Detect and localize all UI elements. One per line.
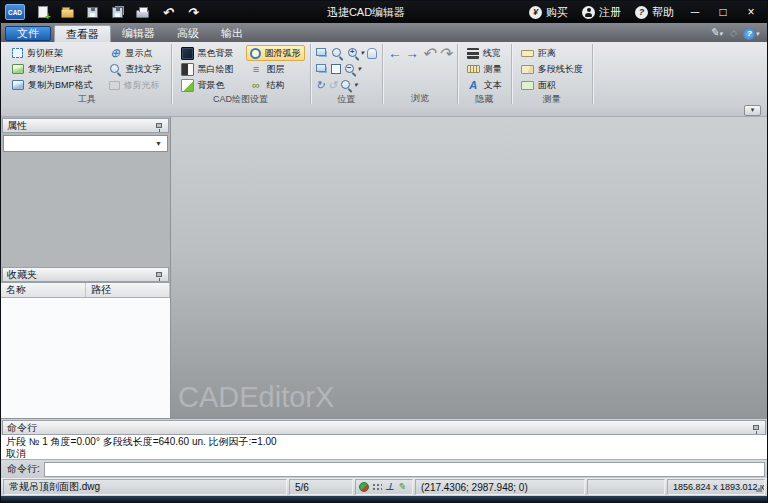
hide-text-button[interactable]: A文本: [463, 77, 506, 93]
properties-panel-header: 属性: [2, 118, 169, 133]
hide-text-label: 文本: [484, 79, 502, 92]
draw-mode-icon[interactable]: ✎: [397, 482, 405, 492]
chevron-down-icon: ▾: [719, 30, 723, 37]
smooth-arc-label: 圆滑弧形: [265, 47, 301, 60]
help-button[interactable]: ? 帮助: [630, 5, 679, 20]
layers-button[interactable]: ≡图层: [246, 61, 305, 77]
group-label-browse: 浏览: [388, 92, 452, 104]
pan-hand-icon: [367, 48, 377, 59]
undo-icon: ↶: [162, 6, 173, 19]
rotate-icon: ↺: [328, 79, 337, 92]
snap-button[interactable]: ◇: [730, 22, 737, 40]
structure-label: 结构: [267, 79, 285, 92]
minimize-button[interactable]: ─: [683, 3, 707, 21]
register-button[interactable]: 注册: [577, 5, 626, 20]
tab-advanced[interactable]: 高级: [166, 25, 210, 42]
command-panel-header: 命令行: [2, 420, 766, 435]
fit-screen-button[interactable]: [331, 64, 341, 74]
pin-icon[interactable]: [753, 425, 759, 430]
open-file-button[interactable]: [58, 4, 77, 20]
polyline-length-button[interactable]: 多段线长度: [517, 61, 587, 77]
hide-measure-button[interactable]: 测量: [463, 61, 506, 77]
copy-view-button[interactable]: [316, 48, 328, 58]
tab-viewer[interactable]: 查看器: [54, 25, 111, 42]
zoom-in-button[interactable]: +▾: [347, 47, 365, 60]
bw-draw-button[interactable]: 黑白绘图: [177, 61, 238, 77]
find-text-button[interactable]: 查找文字: [105, 61, 166, 77]
buy-label: 购买: [546, 5, 568, 20]
print-button[interactable]: [133, 4, 152, 20]
bg-color-button[interactable]: 背景色: [177, 77, 238, 93]
drawing-canvas[interactable]: CADEditorX: [171, 117, 767, 418]
save-button[interactable]: [83, 4, 102, 20]
window-title: 迅捷CAD编辑器: [208, 5, 524, 20]
forward-button[interactable]: →: [405, 46, 419, 60]
view-redo-icon: ↷: [438, 44, 451, 63]
area-label: 面积: [538, 79, 556, 92]
black-bg-button[interactable]: 黑色背景: [177, 45, 238, 61]
show-points-button[interactable]: ⊕显示点: [105, 45, 166, 61]
paste-view-button[interactable]: [316, 64, 328, 74]
copy-emf-button[interactable]: 复制为EMF格式: [8, 61, 97, 77]
diamond-icon: ◇: [730, 28, 737, 38]
app-window: CAD ↶ ↷ 迅捷CAD编辑器 ¥ 购买 注册 ? 帮助 ─ □ ×: [0, 0, 768, 503]
window-bottom-edge: [1, 496, 767, 502]
zoom-out-button[interactable]: −▾: [344, 63, 362, 76]
pan-button[interactable]: [367, 48, 377, 59]
redo-button[interactable]: ↷: [183, 4, 202, 20]
ribbon-substrip: ▾: [1, 104, 767, 117]
distance-button[interactable]: 距离: [517, 45, 587, 61]
tab-output[interactable]: 输出: [210, 25, 254, 42]
fit-screen-icon: [331, 64, 341, 74]
help-menu-button[interactable]: ?▾: [743, 22, 759, 40]
new-file-button[interactable]: [33, 4, 52, 20]
ribbon: 剪切框架 复制为EMF格式 复制为BMP格式 ⊕显示点 查找文字 修剪光标 工具…: [1, 42, 767, 104]
layers-icon: ≡: [250, 63, 263, 76]
dimensions-text: 1856.824 x 1893.012 x 5E-7..: [673, 482, 765, 492]
clip-frame-button[interactable]: 剪切框架: [8, 45, 97, 61]
favorites-column-path[interactable]: 路径: [86, 283, 170, 297]
yen-icon: ¥: [529, 6, 542, 19]
command-input[interactable]: [44, 462, 765, 477]
ortho-icon[interactable]: ⊥: [385, 482, 394, 492]
favorites-column-name[interactable]: 名称: [1, 283, 86, 297]
style-button[interactable]: ✎▾: [710, 22, 723, 40]
zoom-extents-button[interactable]: ▾: [340, 79, 358, 92]
favorites-list[interactable]: [1, 298, 170, 418]
polyline-length-icon: [521, 65, 534, 74]
close-button[interactable]: ×: [739, 3, 763, 21]
world-ucs-icon[interactable]: [359, 482, 369, 492]
pin-icon[interactable]: [156, 272, 162, 277]
tab-editor[interactable]: 编辑器: [111, 25, 166, 42]
structure-button[interactable]: ∞结构: [246, 77, 305, 93]
line-width-button[interactable]: 线宽: [463, 45, 506, 61]
new-file-icon: [38, 6, 48, 18]
rotate-3d-button[interactable]: ↻: [316, 79, 325, 92]
chevron-down-icon: ▼: [152, 137, 165, 150]
buy-button[interactable]: ¥ 购买: [524, 5, 573, 20]
watermark: CADEditorX: [178, 381, 334, 414]
undo-button[interactable]: ↶: [158, 4, 177, 20]
properties-dropdown[interactable]: ▼: [3, 135, 168, 152]
zoom-window-button[interactable]: [331, 47, 344, 60]
chevron-down-icon: ▾: [354, 81, 358, 89]
help-label: 帮助: [652, 5, 674, 20]
black-bg-icon: [181, 47, 194, 60]
area-button[interactable]: 面积: [517, 77, 587, 93]
smooth-arc-button[interactable]: 圆滑弧形: [246, 45, 305, 61]
save-all-button[interactable]: [108, 4, 127, 20]
pin-icon[interactable]: [156, 123, 162, 128]
back-button[interactable]: ←: [388, 46, 402, 60]
smooth-arc-icon: [250, 48, 261, 59]
ruler-icon: [467, 65, 480, 73]
tab-file[interactable]: 文件: [5, 26, 51, 41]
collapse-ribbon-button[interactable]: ▾: [744, 105, 761, 116]
grid-icon[interactable]: [372, 482, 382, 492]
maximize-button[interactable]: □: [711, 3, 735, 21]
redo-icon: ↷: [187, 6, 198, 19]
chevron-down-icon: ▾: [755, 30, 759, 37]
resize-grip[interactable]: [755, 485, 763, 493]
copy-bmp-button[interactable]: 复制为BMP格式: [8, 77, 97, 93]
app-logo-icon[interactable]: CAD: [5, 4, 25, 20]
titlebar-right: ¥ 购买 注册 ? 帮助 ─ □ ×: [524, 3, 763, 21]
